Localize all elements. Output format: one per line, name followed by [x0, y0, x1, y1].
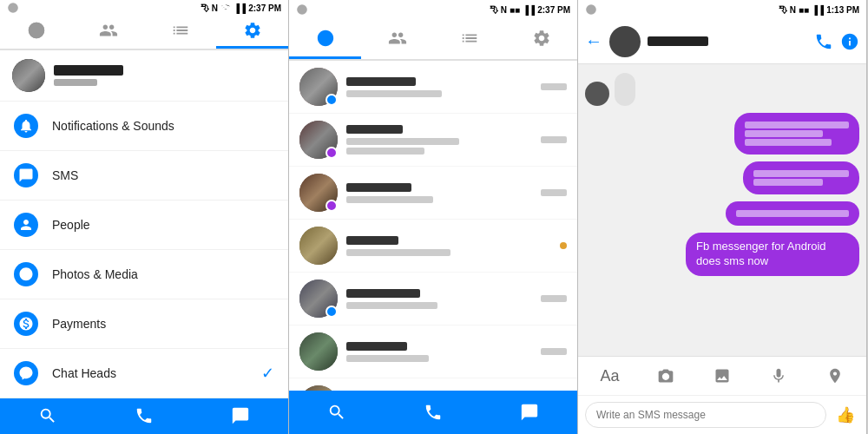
camera-btn[interactable] [652, 362, 680, 390]
search-button-2[interactable] [289, 391, 385, 434]
conv-right [541, 295, 567, 302]
list-item[interactable] [289, 273, 577, 326]
tab-contacts-2[interactable] [361, 19, 433, 59]
profile-sub-blur [54, 79, 97, 86]
chat-toolbar: Aa [578, 357, 866, 396]
person-icon [14, 213, 38, 237]
avatar [299, 121, 338, 159]
message-row [585, 201, 859, 226]
settings-item-sms[interactable]: SMS [0, 151, 288, 201]
nav-tabs-2 [289, 19, 577, 61]
tab-recent-2[interactable] [289, 19, 361, 59]
status-time-2: ⮷ N ■■ ▐▐ 2:37 PM [490, 5, 570, 15]
phone-button-2[interactable] [385, 391, 482, 434]
panel-settings: ⮷ N ▐▐ 2:37 PM [0, 0, 289, 434]
send-button[interactable]: 👍 [832, 401, 859, 429]
panel-chat: ⮷ N ■■ ▐▐ 1:13 PM ← [578, 0, 867, 434]
conv-right [541, 136, 567, 143]
chat-bubble-received [615, 73, 635, 106]
conv-right [541, 189, 567, 196]
tab-settings-1[interactable] [216, 16, 288, 49]
list-item[interactable] [289, 114, 577, 167]
settings-item-notifications[interactable]: Notifications & Sounds [0, 102, 288, 151]
status-bar-1: ⮷ N ▐▐ 2:37 PM [0, 0, 288, 16]
message-row [585, 161, 859, 194]
camera-icon [14, 262, 38, 286]
chat-bubble-sent-3 [726, 201, 859, 226]
location-btn[interactable] [821, 362, 849, 390]
tab-list-2[interactable] [433, 19, 505, 59]
status-icons-left-2 [296, 3, 308, 16]
time-1: 2:37 PM [248, 3, 281, 13]
image-btn[interactable] [708, 362, 736, 390]
back-button[interactable]: ← [585, 31, 602, 51]
avatar [299, 332, 338, 371]
chat-input-row: 👍 [578, 396, 866, 434]
message-row: Fb messenger for Android does sms now [585, 233, 859, 276]
settings-item-chatheads[interactable]: Chat Heads ✓ [0, 349, 288, 398]
panel-conversations: ⮷ N ■■ ▐▐ 2:37 PM [289, 0, 578, 434]
settings-item-people[interactable]: People [0, 201, 288, 250]
svg-point-2 [586, 4, 596, 15]
conv-content [346, 125, 541, 155]
chat-header: ← [578, 19, 866, 64]
keyboard-btn[interactable]: Aa [595, 362, 623, 390]
profile-row [0, 50, 288, 102]
bubble-icon [14, 361, 38, 385]
list-item[interactable] [289, 220, 577, 273]
dollar-icon [14, 312, 38, 336]
mic-btn[interactable] [765, 362, 792, 390]
phone-button-1[interactable] [96, 398, 193, 434]
photos-label: Photos & Media [52, 267, 274, 281]
bottom-bar-1 [0, 398, 288, 434]
time-3: 1:13 PM [826, 5, 859, 15]
chat-input[interactable] [585, 402, 826, 428]
tab-settings-2[interactable] [505, 19, 577, 59]
chat-button-1[interactable] [192, 398, 288, 434]
search-button-1[interactable] [0, 398, 96, 434]
avatar [299, 279, 338, 318]
status-icons-left [7, 2, 19, 14]
tab-recent-1[interactable] [0, 16, 72, 49]
conversations-list [289, 61, 577, 391]
conv-right [541, 348, 567, 355]
chat-name-blur [648, 36, 708, 46]
chatheads-check: ✓ [261, 364, 274, 383]
tab-list-1[interactable] [144, 16, 216, 49]
nav-tabs-1 [0, 16, 288, 50]
chat-input-bar: Aa 👍 [578, 356, 866, 434]
message-row [585, 113, 859, 155]
list-item[interactable] [289, 326, 577, 378]
time-2: 2:37 PM [537, 5, 570, 15]
chat-bubble-sent-2 [743, 161, 859, 194]
notifications-label: Notifications & Sounds [52, 119, 274, 133]
sms-icon [14, 163, 38, 187]
chat-area: Fb messenger for Android does sms now [578, 64, 866, 356]
settings-item-photos[interactable]: Photos & Media [0, 250, 288, 299]
profile-info [54, 65, 123, 86]
conv-content [346, 183, 541, 203]
list-item[interactable] [289, 167, 577, 220]
bottom-bar-2 [289, 391, 577, 434]
conv-content [346, 289, 541, 309]
avatar [299, 227, 338, 265]
conv-right [541, 83, 567, 90]
list-item[interactable] [289, 378, 577, 391]
status-bar-3: ⮷ N ■■ ▐▐ 1:13 PM [578, 0, 866, 19]
chat-header-info [648, 36, 708, 46]
sms-label: SMS [52, 168, 274, 182]
chat-bubble-sent-text: Fb messenger for Android does sms now [686, 233, 859, 276]
settings-item-payments[interactable]: Payments [0, 299, 288, 349]
status-time-1: ⮷ N ▐▐ 2:37 PM [201, 3, 281, 13]
chatheads-label: Chat Heads [52, 366, 261, 380]
phone-icon[interactable] [814, 32, 833, 51]
info-icon[interactable] [840, 32, 859, 51]
chat-button-2[interactable] [481, 391, 577, 434]
conv-content [346, 342, 541, 362]
chat-avatar [609, 26, 641, 57]
list-item[interactable] [289, 61, 577, 114]
conv-right [560, 242, 567, 249]
bell-icon [14, 114, 38, 138]
profile-name-blur [54, 65, 123, 76]
tab-contacts-1[interactable] [72, 16, 144, 49]
